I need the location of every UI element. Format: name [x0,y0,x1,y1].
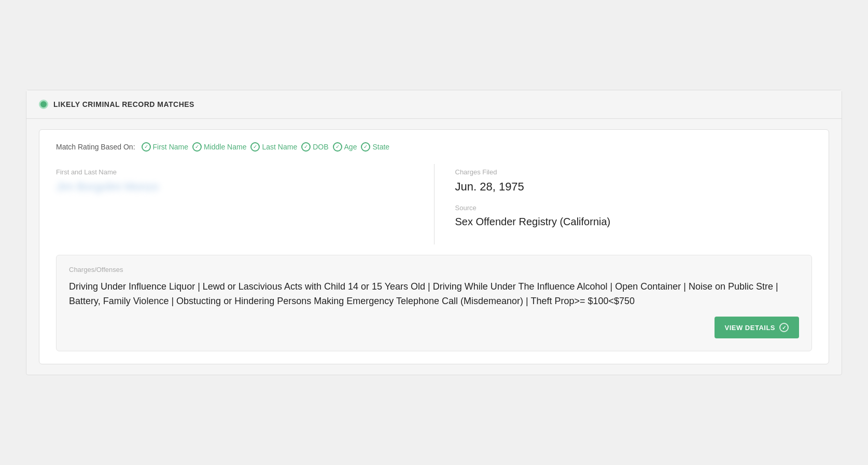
match-badge-first-name: ✓ First Name [142,142,188,152]
match-badge-middle-name: ✓ Middle Name [192,142,246,152]
check-icon-age: ✓ [333,142,342,152]
view-details-label: VIEW DETAILS [725,324,775,332]
match-label-state: State [372,143,389,151]
match-label-dob: DOB [313,143,328,151]
section-title: LIKELY CRIMINAL RECORD MATCHES [53,100,194,108]
check-icon-dob: ✓ [301,142,311,152]
details-row: First and Last Name Jim Borgolini Monzo … [56,164,812,244]
charges-pane: Charges Filed Jun. 28, 1975 Source Sex O… [435,164,813,244]
check-icon-middle-name: ✓ [192,142,202,152]
match-rating-row: Match Rating Based On: ✓ First Name ✓ Mi… [56,142,812,152]
match-label-age: Age [344,143,357,151]
offenses-label: Charges/Offenses [69,266,799,273]
name-field-label: First and Last Name [56,168,413,176]
charges-filed-value: Jun. 28, 1975 [455,180,813,194]
check-icon-last-name: ✓ [250,142,260,152]
match-rating-label: Match Rating Based On: [56,143,135,151]
name-field-value: Jim Borgolini Monzo [56,180,159,194]
offenses-box: Charges/Offenses Driving Under Influence… [56,255,812,352]
match-badge-state: ✓ State [361,142,389,152]
check-icon-first-name: ✓ [142,142,151,152]
match-badge-last-name: ✓ Last Name [250,142,297,152]
view-details-button[interactable]: VIEW DETAILS ✓ [715,317,799,338]
main-container: LIKELY CRIMINAL RECORD MATCHES Match Rat… [26,90,842,376]
match-badge-dob: ✓ DOB [301,142,328,152]
check-icon-state: ✓ [361,142,370,152]
status-dot [39,100,48,109]
name-pane: First and Last Name Jim Borgolini Monzo [56,164,435,244]
match-label-last-name: Last Name [262,143,297,151]
view-details-check-icon: ✓ [779,323,789,332]
match-label-first-name: First Name [153,143,188,151]
charges-filed-label: Charges Filed [455,168,813,176]
source-value: Sex Offender Registry (California) [455,216,813,228]
record-card: Match Rating Based On: ✓ First Name ✓ Mi… [39,129,829,365]
offenses-text: Driving Under Influence Liquor | Lewd or… [69,280,799,309]
match-label-middle-name: Middle Name [204,143,246,151]
match-badge-age: ✓ Age [333,142,357,152]
source-label: Source [455,204,813,212]
section-header: LIKELY CRIMINAL RECORD MATCHES [26,90,842,119]
